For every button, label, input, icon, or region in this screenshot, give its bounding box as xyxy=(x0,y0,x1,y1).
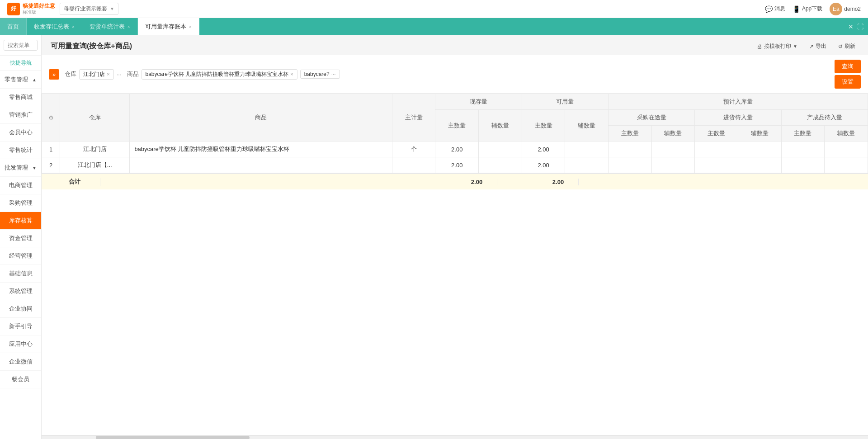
sidebar-item-retail-management[interactable]: 零售管理 ▲ xyxy=(0,71,41,89)
member-label: 畅会员 xyxy=(12,376,29,382)
cell-warehouse: 江北门店【... xyxy=(60,157,130,173)
goods-filter-close1[interactable]: × xyxy=(290,71,293,77)
tab-order-stats[interactable]: 要货单统计表 × xyxy=(82,18,138,35)
cell-goods xyxy=(130,157,392,173)
gear-icon[interactable]: ⚙ xyxy=(48,114,54,121)
goods-filter-tag1[interactable]: babycare学饮杯 儿童防摔防撞吸管杯重力球吸嘴杯宝宝水杯 × xyxy=(142,69,297,80)
col-purchase-group-header: 采购在途量 xyxy=(609,110,695,126)
sidebar-item-new-guide[interactable]: 新手引导 xyxy=(0,318,41,335)
purchase-label: 采购管理 xyxy=(9,199,33,206)
warehouse-filter-close[interactable]: × xyxy=(107,71,109,77)
avatar: Ea xyxy=(830,3,842,15)
user-profile[interactable]: Ea demo2 xyxy=(830,3,861,15)
filter-toggle-button[interactable]: » xyxy=(49,69,59,80)
warehouse-more-icon[interactable]: ··· xyxy=(117,71,122,78)
col-settings-header: ⚙ xyxy=(42,94,60,142)
search-input[interactable] xyxy=(4,40,38,51)
sidebar-item-member[interactable]: 畅会员 xyxy=(0,371,41,388)
cell-purchase-main xyxy=(609,142,652,157)
warehouse-filter-value: 江北门店 xyxy=(83,71,105,78)
close-all-tabs-icon[interactable]: ✕ xyxy=(848,23,854,30)
warehouse-filter-tag[interactable]: 江北门店 × xyxy=(79,69,113,80)
sidebar-item-basic-info[interactable]: 基础信息 xyxy=(0,265,41,283)
sidebar-item-app-center[interactable]: 应用中心 xyxy=(0,335,41,353)
query-button[interactable]: 查询 xyxy=(835,60,861,73)
cell-goods: babycare学饮杯 儿童防摔防撞吸管杯重力球吸嘴杯宝宝水杯 xyxy=(130,142,392,157)
cell-production-sub xyxy=(825,142,868,157)
cell-production-main xyxy=(781,157,825,173)
sidebar-item-finance[interactable]: 资金管理 xyxy=(0,230,41,247)
sidebar-item-purchase[interactable]: 采购管理 xyxy=(0,194,41,212)
export-button[interactable]: ↗ 导出 xyxy=(806,41,830,52)
retail-stats-label: 零售统计 xyxy=(9,146,33,153)
avatar-text: Ea xyxy=(833,6,840,12)
cell-warehouse: 江北门店 xyxy=(60,142,130,157)
col-inbound-main-header: 主数量 xyxy=(695,126,738,142)
sidebar-item-retail-mall[interactable]: 零售商城 xyxy=(0,89,41,106)
sidebar-item-system[interactable]: 系统管理 xyxy=(0,283,41,300)
scrollbar-thumb[interactable] xyxy=(96,436,250,439)
app-download-button[interactable]: 📱 App下载 xyxy=(793,5,822,13)
col-stock-main-header: 主数量 xyxy=(435,110,479,142)
refresh-label: 刷新 xyxy=(844,42,855,50)
chevron-print-icon: ▼ xyxy=(793,44,797,49)
sidebar-item-quick-nav[interactable]: 快捷导航 xyxy=(0,56,41,71)
basic-info-label: 基础信息 xyxy=(9,270,33,277)
sidebar-item-wholesale-management[interactable]: 批发管理 ▼ xyxy=(0,159,41,177)
logo-area: 好 畅捷通好生意 标准版 xyxy=(7,3,55,15)
retail-mall-label: 零售商城 xyxy=(9,94,33,100)
cell-index: 1 xyxy=(42,142,60,157)
fullscreen-icon[interactable]: ⛶ xyxy=(857,23,863,30)
top-bar: 好 畅捷通好生意 标准版 母婴行业演示账套 ▼ 💬 消息 📱 App下载 Ea … xyxy=(0,0,868,18)
chevron-wholesale-icon: ▼ xyxy=(32,165,37,170)
data-table: ⚙ 仓库 商品 主计量 现存量 可用量 预计入库量 主数量 辅数量 主数量 辅数… xyxy=(42,94,868,173)
tab-receivables-close[interactable]: × xyxy=(72,24,75,29)
table-footer: 合计 2.00 2.00 xyxy=(42,173,868,189)
sidebar-item-operations[interactable]: 经营管理 xyxy=(0,247,41,265)
industry-selector[interactable]: 母婴行业演示账套 ▼ xyxy=(60,3,118,15)
settings-button[interactable]: 设置 xyxy=(835,75,861,89)
chevron-down-icon: ▼ xyxy=(110,6,114,11)
tab-order-stats-label: 要货单统计表 xyxy=(90,23,125,31)
printer-icon: 🖨 xyxy=(757,43,762,50)
tab-available-stock[interactable]: 可用量库存账本 × xyxy=(138,18,199,35)
message-label: 消息 xyxy=(774,5,785,13)
export-label: 导出 xyxy=(816,42,826,50)
sidebar-item-retail-stats[interactable]: 零售统计 xyxy=(0,142,41,159)
footer-label: 合计 xyxy=(64,178,100,186)
cell-purchase-sub xyxy=(651,142,695,157)
tab-home[interactable]: 首页 xyxy=(0,18,27,35)
sidebar-item-enterprise-collab[interactable]: 企业协同 xyxy=(0,300,41,318)
sidebar-search-area xyxy=(0,35,41,56)
goods-filter-group: 商品 babycare学饮杯 儿童防摔防撞吸管杯重力球吸嘴杯宝宝水杯 × bab… xyxy=(127,69,340,80)
col-inbound-sub-header: 辅数量 xyxy=(738,126,781,142)
message-button[interactable]: 💬 消息 xyxy=(765,5,785,13)
cell-stock-main: 2.00 xyxy=(435,157,479,173)
tab-order-stats-close[interactable]: × xyxy=(127,24,130,29)
top-bar-left: 好 畅捷通好生意 标准版 母婴行业演示账套 ▼ xyxy=(7,3,118,15)
sidebar: 快捷导航 零售管理 ▲ 零售商城 营销推广 会员中心 零售统计 批发管理 ▼ 电… xyxy=(0,35,42,439)
sidebar-item-inventory[interactable]: 库存核算 xyxy=(0,212,41,230)
print-button[interactable]: 🖨 按模板打印 ▼ xyxy=(753,41,801,52)
tab-receivables-summary[interactable]: 收发存汇总表 × xyxy=(27,18,82,35)
sidebar-item-marketing[interactable]: 营销推广 xyxy=(0,106,41,124)
col-main-uom-header: 主计量 xyxy=(392,94,435,142)
goods-filter-tag2[interactable]: babycare? ··· xyxy=(300,70,340,79)
sidebar-item-member-center[interactable]: 会员中心 xyxy=(0,124,41,142)
goods-filter-more[interactable]: ··· xyxy=(331,71,336,77)
logo-icon: 好 xyxy=(7,3,20,15)
chevron-icon: ▲ xyxy=(32,77,37,82)
refresh-button[interactable]: ↺ 刷新 xyxy=(835,41,859,52)
app-center-label: 应用中心 xyxy=(9,340,33,347)
col-warehouse-header: 仓库 xyxy=(60,94,130,142)
col-stock-group-header: 现存量 xyxy=(435,94,522,110)
sidebar-item-enterprise-wechat[interactable]: 企业微信 xyxy=(0,353,41,371)
tab-receivables-label: 收发存汇总表 xyxy=(34,23,69,31)
tab-available-stock-close[interactable]: × xyxy=(189,24,192,29)
cell-inbound-main xyxy=(695,157,738,173)
refresh-icon: ↺ xyxy=(838,43,843,50)
horizontal-scrollbar[interactable] xyxy=(42,435,868,439)
sidebar-item-ecommerce[interactable]: 电商管理 xyxy=(0,177,41,194)
col-production-sub-header: 辅数量 xyxy=(825,126,868,142)
cell-uom: 个 xyxy=(392,142,435,157)
